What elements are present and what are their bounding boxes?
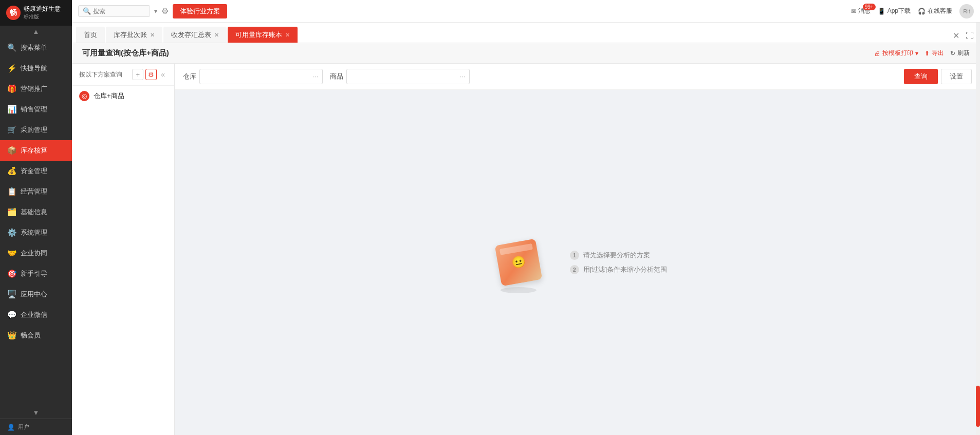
warehouse-more-btn[interactable]: ···: [313, 73, 318, 80]
online-service-label: 在线客服: [928, 7, 952, 15]
sidebar-item-finance[interactable]: 💰 资金管理: [0, 161, 72, 181]
product-more-btn[interactable]: ···: [460, 73, 465, 80]
filter-scheme-item[interactable]: ◎ 仓库+商品: [72, 86, 174, 106]
wechat-icon: 💬: [7, 310, 16, 319]
sales-icon: 📊: [7, 105, 16, 114]
sidebar-item-inventory[interactable]: 📦 库存核算: [0, 140, 72, 161]
sidebar-item-system[interactable]: ⚙️ 系统管理: [0, 222, 72, 243]
refresh-btn[interactable]: ↻ 刷新: [950, 49, 970, 58]
member-icon: 👑: [7, 331, 16, 340]
tab-stock-summary-close[interactable]: ✕: [214, 32, 219, 39]
page-header: 可用量查询(按仓库+商品) 🖨 按模板打印 ▾ ⬆ 导出 ↻ 刷新: [72, 43, 980, 64]
tab-available-stock[interactable]: 可用量库存账本 ✕: [228, 27, 298, 43]
app-name: 畅康通好生意: [24, 5, 61, 13]
appstore-icon: 🖥️: [7, 290, 16, 299]
sidebar-item-marketing[interactable]: 🎁 营销推广: [0, 79, 72, 99]
page-title: 可用量查询(按仓库+商品): [82, 48, 169, 58]
sidebar-scroll-down[interactable]: ▼: [0, 407, 72, 419]
sidebar-item-purchase[interactable]: 🛒 采购管理: [0, 120, 72, 140]
sidebar-item-sales[interactable]: 📊 销售管理: [0, 99, 72, 120]
product-input[interactable]: ···: [346, 69, 470, 84]
industry-btn[interactable]: 体验行业方案: [173, 4, 227, 18]
sidebar-item-search[interactable]: 🔍 搜索菜单: [0, 37, 72, 58]
main-area: 🔍 ▾ ⚙ 体验行业方案 ✉ 消息 99+ 📱 App下载 🎧 在线客服 Rit: [72, 0, 980, 435]
content-area: 按以下方案查询 + ⚙ « ◎ 仓库+商品: [72, 64, 980, 435]
system-icon: ⚙️: [7, 228, 16, 237]
header-search-box[interactable]: 🔍: [78, 5, 150, 17]
search-input[interactable]: [93, 8, 139, 15]
sidebar-label-sales: 销售管理: [21, 105, 47, 114]
sidebar-label-quick-nav: 快捷导航: [21, 64, 47, 73]
filter-scheme-icon: ◎: [79, 91, 89, 101]
filter-add-btn[interactable]: +: [132, 69, 143, 80]
refresh-icon: ↻: [950, 50, 955, 57]
empty-text: 1 请先选择要分析的方案 2 用[过滤]条件来缩小分析范围: [570, 251, 667, 274]
sidebar-label-search: 搜索菜单: [21, 43, 47, 52]
step2-num: 2: [570, 265, 579, 274]
message-icon: ✉: [851, 8, 856, 15]
box-face-icon: 😐: [510, 255, 526, 270]
empty-illustration: 😐: [488, 232, 549, 293]
tab-batch-account[interactable]: 库存批次账 ✕: [106, 27, 162, 43]
sidebar-item-enterprise[interactable]: 🤝 企业协同: [0, 243, 72, 263]
filter-scheme-label: 仓库+商品: [94, 91, 124, 101]
sidebar-item-wechat[interactable]: 💬 企业微信: [0, 305, 72, 325]
tabs-bar: 首页 库存批次账 ✕ 收发存汇总表 ✕ 可用量库存账本 ✕ ✕ ⛶: [72, 23, 980, 43]
tab-home[interactable]: 首页: [76, 27, 105, 43]
right-scrollbar[interactable]: [976, 23, 980, 435]
warehouse-field: 仓库 ···: [183, 69, 323, 84]
search-icon: 🔍: [7, 43, 16, 52]
filter-collapse-btn[interactable]: «: [159, 69, 167, 80]
newbie-icon: 🎯: [7, 269, 16, 278]
sidebar: 畅 畅康通好生意 标准版 ▲ 🔍 搜索菜单 ⚡ 快捷导航 🎁 营销推广 📊 销售…: [0, 0, 72, 435]
tab-stock-summary[interactable]: 收发存汇总表 ✕: [163, 27, 227, 43]
filter-gear-icon: ⚙: [148, 71, 154, 79]
sidebar-item-member[interactable]: 👑 畅会员: [0, 325, 72, 346]
print-label: 按模板打印: [882, 49, 913, 58]
tab-expand-btn[interactable]: ⛶: [964, 29, 976, 43]
query-btn[interactable]: 查询: [904, 69, 938, 84]
sidebar-item-quick-nav[interactable]: ⚡ 快捷导航: [0, 58, 72, 79]
sidebar-item-basics[interactable]: 🗂️ 基础信息: [0, 202, 72, 222]
empty-state: 😐 1 请先选择要分析的方案 2 用[过滤]条件来缩小分析范围: [175, 90, 980, 435]
search-icon-header: 🔍: [83, 7, 91, 15]
page-actions: 🖨 按模板打印 ▾ ⬆ 导出 ↻ 刷新: [874, 49, 970, 58]
sidebar-label-purchase: 采购管理: [21, 125, 47, 135]
header-settings-btn[interactable]: ⚙: [161, 6, 169, 16]
tab-available-stock-label: 可用量库存账本: [235, 30, 282, 40]
warehouse-input[interactable]: ···: [199, 69, 323, 84]
online-service-btn[interactable]: 🎧 在线客服: [918, 7, 952, 15]
user-label: 用户: [18, 423, 29, 431]
print-btn[interactable]: 🖨 按模板打印 ▾: [874, 49, 918, 58]
sidebar-scroll-up[interactable]: ▲: [0, 26, 72, 37]
tabs-right-actions: ✕ ⛶: [947, 29, 980, 43]
sidebar-item-newbie[interactable]: 🎯 新手引导: [0, 263, 72, 284]
headset-icon: 🎧: [918, 8, 926, 15]
finance-icon: 💰: [7, 166, 16, 176]
sidebar-item-operations[interactable]: 📋 经营管理: [0, 181, 72, 202]
sidebar-label-newbie: 新手引导: [21, 269, 47, 278]
purchase-icon: 🛒: [7, 125, 16, 135]
sidebar-label-operations: 经营管理: [21, 187, 47, 196]
product-field: 商品 ···: [330, 69, 470, 84]
filter-settings-icon-btn[interactable]: ⚙: [145, 69, 157, 80]
sidebar-logo: 畅 畅康通好生意 标准版: [0, 0, 72, 26]
quick-nav-icon: ⚡: [7, 64, 16, 73]
phone-icon: 📱: [878, 8, 885, 15]
query-actions: 查询 设置: [904, 69, 972, 84]
sidebar-footer-user[interactable]: 👤 用户: [0, 419, 72, 435]
tab-close-all-btn[interactable]: ✕: [951, 29, 961, 43]
sidebar-item-appstore[interactable]: 🖥️ 应用中心: [0, 284, 72, 305]
app-download-btn[interactable]: 📱 App下载: [878, 7, 911, 15]
scrollbar-thumb: [976, 386, 980, 427]
tab-batch-account-close[interactable]: ✕: [150, 32, 155, 39]
export-btn[interactable]: ⬆ 导出: [924, 49, 944, 58]
filter-panel-title: 按以下方案查询: [79, 70, 122, 79]
messages-btn[interactable]: ✉ 消息 99+: [851, 7, 871, 15]
settings-btn[interactable]: 设置: [941, 69, 972, 84]
user-avatar[interactable]: Rit: [959, 4, 974, 18]
sidebar-label-wechat: 企业微信: [21, 310, 47, 319]
header-dropdown-btn[interactable]: ▾: [154, 8, 157, 15]
empty-box: 😐: [495, 239, 543, 287]
tab-available-stock-close[interactable]: ✕: [285, 32, 290, 39]
